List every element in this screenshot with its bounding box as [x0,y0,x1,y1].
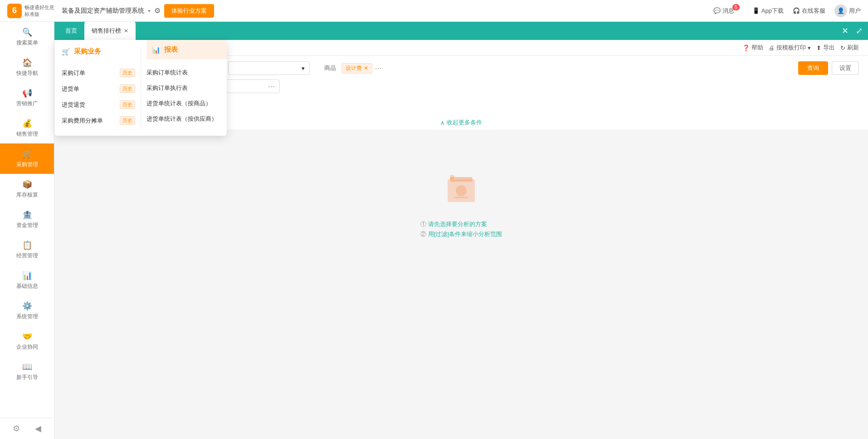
money-icon: 💰 [22,118,32,128]
product-tag: 设计费 ✕ [341,63,372,74]
menu-item-goods-return[interactable]: 进货退货 历史 [62,97,135,113]
close-tab-btn[interactable]: ✕ [840,26,850,36]
sidebar-bottom: ⚙ ◀ [0,418,54,439]
topbar-right: 💬 消息 5 📱 App下载 🎧 在线客服 👤 用户 [713,5,861,17]
bank-icon: 🏦 [22,210,32,220]
clipboard-icon: 📋 [22,240,32,250]
menu-item-goods-in[interactable]: 进货单 历史 [62,81,135,97]
settings-icon[interactable]: ⚙ [154,6,161,15]
headset-icon: 🎧 [793,7,800,14]
refresh-icon: ↻ [840,44,845,51]
collapse-sidebar-icon[interactable]: ◀ [35,424,41,434]
empty-illustration [439,166,484,211]
purchase-section: 🛒 采购业务 采购订单 历史 进货单 历史 进货退货 历史 采购费用分摊单 历史 [62,47,135,128]
report-section-header: 📊 报表 [146,40,227,59]
product-filter: 设计费 ✕ ··· [341,63,382,74]
sidebar: 🔍 搜索菜单 🏠 快捷导航 📢 营销推广 💰 销售管理 🛒 采购管理 📦 库存核… [0,22,54,439]
logo: 6 畅捷通好生意 标准版 [7,4,62,18]
sidebar-item-purchase[interactable]: 🛒 采购管理 [0,143,54,174]
action-buttons: 查询 设置 [798,61,859,75]
megaphone-icon: 📢 [22,88,32,98]
logo-text: 畅捷通好生意 标准版 [24,4,54,17]
sidebar-item-sales[interactable]: 💰 销售管理 [0,113,54,143]
menu-divider [141,47,141,128]
mobile-icon: 📱 [752,7,760,14]
sidebar-item-guide[interactable]: 📖 新手引导 [0,356,54,387]
hist-badge: 历史 [120,116,135,125]
search-icon: 🔍 [22,27,32,37]
gear-icon: ⚙️ [22,301,32,311]
chart-icon: 📊 [22,271,32,281]
sidebar-item-system[interactable]: ⚙️ 系统管理 [0,296,54,326]
tab-close-icon[interactable]: ✕ [124,28,128,34]
industry-btn[interactable]: 体验行业方案 [164,4,214,18]
chevron-down-icon[interactable]: ▾ [148,8,151,14]
sidebar-item-inventory[interactable]: 📦 库存核算 [0,174,54,204]
app-download-btn[interactable]: 📱 App下载 [752,7,784,15]
export-btn[interactable]: ⬆ 导出 [816,44,835,52]
query-btn[interactable]: 查询 [798,61,828,75]
tab-home[interactable]: 首页 [58,22,84,40]
print-btn[interactable]: 🖨 按模板打印 ▾ [769,44,811,52]
report-section: 📊 报表 采购订单统计表 采购订单执行表 进货单统计表（按商品） 进货单统计表（… [146,47,220,128]
sidebar-item-finance[interactable]: 🏦 资金管理 [0,204,54,235]
menu-item-purchase-order-exec[interactable]: 采购订单执行表 [146,80,220,96]
message-icon: 💬 [713,7,721,14]
topbar: 6 畅捷通好生意 标准版 装备及固定资产辅助管理系统 ▾ ⚙ 体验行业方案 💬 … [0,0,868,22]
box-icon: 📦 [22,179,32,189]
sidebar-item-operations[interactable]: 📋 经营管理 [0,235,54,265]
menu-item-purchase-order[interactable]: 采购订单 历史 [62,65,135,81]
product-more-btn[interactable]: ··· [375,64,382,72]
print-chevron-icon: ▾ [808,44,811,51]
dropdown-menu: 🛒 采购业务 采购订单 历史 进货单 历史 进货退货 历史 采购费用分摊单 历史… [54,40,227,136]
menu-item-purchase-expense[interactable]: 采购费用分摊单 历史 [62,113,135,128]
sidebar-item-basic[interactable]: 📊 基础信息 [0,265,54,296]
help-icon: ❓ [742,44,750,51]
bottom-settings-icon[interactable]: ⚙ [13,424,20,434]
cart-icon: 🛒 [22,149,32,159]
system-area: 装备及固定资产辅助管理系统 ▾ ⚙ 体验行业方案 [62,4,713,18]
sidebar-item-quick-nav[interactable]: 🏠 快捷导航 [0,52,54,83]
sidebar-item-search[interactable]: 🔍 搜索菜单 [0,22,54,52]
product-label: 商品 [324,64,336,72]
tabbar: 首页 销售排行榜 ✕ ✕ ⤢ [54,22,868,40]
settings-btn[interactable]: 设置 [832,61,859,75]
print-icon: 🖨 [769,44,775,51]
doc-status-select[interactable]: ▾ [228,61,310,75]
sidebar-item-marketing[interactable]: 📢 营销推广 [0,83,54,113]
svg-point-2 [456,185,467,196]
hist-badge: 历史 [120,100,135,109]
menu-item-goods-in-stat-product[interactable]: 进货单统计表（按商品） [146,96,220,111]
avatar: 👤 [834,5,847,17]
product-tag-close[interactable]: ✕ [364,65,368,71]
online-service-btn[interactable]: 🎧 在线客服 [793,7,825,15]
purchase-section-icon: 🛒 [62,48,70,56]
book-icon: 📖 [22,362,32,372]
hist-badge: 历史 [120,84,135,93]
export-icon: ⬆ [816,44,821,51]
refresh-btn[interactable]: ↻ 刷新 [840,44,859,52]
empty-state: ① 请先选择要分析的方案 ② 用[过滤]条件来缩小分析范围 [54,129,868,276]
svg-point-4 [450,175,454,179]
report-section-icon: 📊 [152,46,161,54]
purchase-section-header: 🛒 采购业务 [62,47,135,59]
menu-item-purchase-order-stat[interactable]: 采购订单统计表 [146,65,220,80]
salesperson-dots: ··· [268,82,275,90]
logo-icon: 6 [7,4,22,18]
message-badge: 5 [732,4,740,10]
help-btn[interactable]: ❓ 帮助 [742,44,763,52]
sidebar-item-collab[interactable]: 🤝 企业协同 [0,326,54,356]
collapse-icon: ∧ [440,119,445,126]
chevron-down-icon: ▾ [302,65,305,72]
menu-item-goods-in-stat-supplier[interactable]: 进货单统计表（按供应商） [146,111,220,127]
expand-btn[interactable]: ⤢ [854,26,864,36]
handshake-icon: 🤝 [22,331,32,341]
empty-text: ① 请先选择要分析的方案 ② 用[过滤]条件来缩小分析范围 [420,218,502,240]
system-name: 装备及固定资产辅助管理系统 [62,7,144,15]
user-btn[interactable]: 👤 用户 [834,5,861,17]
tabbar-controls: ✕ ⤢ [840,26,864,36]
home-icon: 🏠 [22,58,32,68]
hist-badge: 历史 [120,69,135,77]
message-btn[interactable]: 💬 消息 5 [713,7,743,15]
tab-sales-rank[interactable]: 销售排行榜 ✕ [84,22,136,40]
